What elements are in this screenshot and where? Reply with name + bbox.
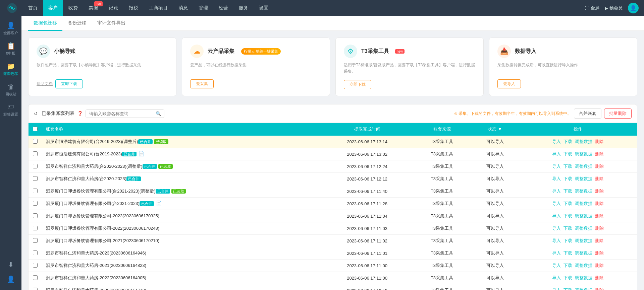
nav-item-message[interactable]: 消息 [173,0,193,16]
adjust-action[interactable]: 调整数据 [574,226,594,231]
import-go-btn[interactable]: 去导入 [497,79,521,88]
download-action[interactable]: 下载 [562,263,574,268]
nav-item-invoice[interactable]: 票据new [83,0,103,16]
delete-action[interactable]: 删除 [594,238,605,243]
cloud-collect-btn[interactable]: 去采集 [190,79,214,88]
file-icon[interactable]: 📄 [139,151,144,156]
import-action[interactable]: 导入 [551,263,562,268]
download-action[interactable]: 下载 [562,238,574,243]
refresh-icon[interactable]: ↺ [34,111,38,116]
tab-data-migration[interactable]: 数据包迁移 [28,16,62,31]
import-action[interactable]: 导入 [551,201,562,206]
download-action[interactable]: 下载 [562,176,574,181]
adjust-action[interactable]: 调整数据 [574,288,594,290]
import-action[interactable]: 导入 [551,164,562,169]
row-checkbox[interactable] [33,201,38,206]
adjust-action[interactable]: 调整数据 [574,189,594,194]
download-action[interactable]: 下载 [562,275,574,280]
nav-item-settings[interactable]: 设置 [254,0,274,16]
help-icon[interactable]: ❓ [77,111,83,116]
import-action[interactable]: 导入 [551,250,562,256]
row-checkbox[interactable] [33,139,38,144]
delete-action[interactable]: 删除 [594,288,605,290]
adjust-action[interactable]: 调整数据 [574,164,594,169]
sidebar-item-user[interactable]: 👤 [1,273,20,286]
member-btn[interactable]: ▶ 畅会员 [605,5,623,11]
row-checkbox[interactable] [33,275,38,280]
delete-action[interactable]: 删除 [594,275,605,280]
sidebar-item-recycle[interactable]: 🗑 回收站 [1,80,20,99]
download-action[interactable]: 下载 [562,164,574,169]
delete-action[interactable]: 删除 [594,213,605,218]
t3-download-btn[interactable]: 立即下载 [344,80,371,89]
download-action[interactable]: 下载 [562,226,574,231]
xiaochang-download-btn[interactable]: 立即下载 [55,79,83,88]
adjust-action[interactable]: 调整数据 [574,139,594,144]
row-checkbox[interactable] [33,263,38,268]
tab-backup-migration[interactable]: 备份迁移 [62,16,92,31]
adjust-action[interactable]: 调整数据 [574,238,594,243]
row-checkbox[interactable] [33,250,38,255]
merge-accounts-btn[interactable]: 合并账套 [574,108,601,119]
import-action[interactable]: 导入 [551,189,562,194]
adjust-action[interactable]: 调整数据 [574,250,594,256]
sidebar-item-migrate[interactable]: 📁 账套迁移 [1,60,20,79]
nav-item-tax[interactable]: 报税 [123,0,144,16]
tab-audit-export[interactable]: 审计文件导出 [92,16,131,31]
avatar[interactable]: 👤 [628,3,639,13]
adjust-action[interactable]: 调整数据 [574,213,594,218]
row-checkbox[interactable] [33,213,38,218]
download-action[interactable]: 下载 [562,151,574,156]
row-checkbox[interactable] [33,151,38,156]
adjust-action[interactable]: 调整数据 [574,201,594,206]
delete-action[interactable]: 删除 [594,151,605,156]
fullscreen-btn[interactable]: ⛶ 全屏 [585,5,599,11]
delete-action[interactable]: 删除 [594,226,605,231]
sidebar-item-all-customers[interactable]: 👤 全部客户 [1,19,20,38]
nav-item-manage[interactable]: 管理 [193,0,213,16]
row-checkbox[interactable] [33,189,38,193]
import-action[interactable]: 导入 [551,288,562,290]
row-checkbox[interactable] [33,238,38,243]
nav-item-service[interactable]: 服务 [233,0,254,16]
import-action[interactable]: 导入 [551,176,562,181]
delete-action[interactable]: 删除 [594,250,605,256]
nav-item-customer[interactable]: 客户 [43,0,63,16]
row-checkbox[interactable] [33,176,38,181]
nav-item-business[interactable]: 工商项目 [144,0,173,16]
delete-action[interactable]: 删除 [594,201,605,206]
row-checkbox[interactable] [33,288,38,290]
sidebar-item-download[interactable]: ⬇ [1,258,20,271]
delete-action[interactable]: 删除 [594,263,605,268]
import-action[interactable]: 导入 [551,226,562,231]
delete-action[interactable]: 删除 [594,189,605,194]
download-action[interactable]: 下载 [562,213,574,218]
import-action[interactable]: 导入 [551,139,562,144]
file-icon[interactable]: 📄 [156,201,162,206]
sidebar-item-zero-declare[interactable]: 📋 0申报 [1,39,20,58]
import-action[interactable]: 导入 [551,275,562,280]
select-all-checkbox[interactable] [33,127,38,131]
nav-item-home[interactable]: 首页 [23,0,43,16]
xiaochang-help-link[interactable]: 帮助文档 [37,81,53,87]
download-action[interactable]: 下载 [562,201,574,206]
adjust-action[interactable]: 调整数据 [574,151,594,156]
nav-item-bookkeeping[interactable]: 记账 [103,0,123,16]
import-action[interactable]: 导入 [551,213,562,218]
batch-delete-btn[interactable]: 批量删除 [604,108,632,119]
search-btn[interactable]: 🔍 [153,110,164,118]
delete-action[interactable]: 删除 [594,176,605,181]
row-checkbox[interactable] [33,164,38,168]
search-input[interactable] [86,110,153,118]
row-checkbox[interactable] [33,226,38,230]
adjust-action[interactable]: 调整数据 [574,176,594,181]
sidebar-item-tags[interactable]: 🏷 标签设置 [1,100,20,119]
download-action[interactable]: 下载 [562,139,574,144]
import-action[interactable]: 导入 [551,238,562,243]
download-action[interactable]: 下载 [562,288,574,290]
delete-action[interactable]: 删除 [594,139,605,144]
adjust-action[interactable]: 调整数据 [574,263,594,268]
delete-action[interactable]: 删除 [594,164,605,169]
download-action[interactable]: 下载 [562,189,574,194]
download-action[interactable]: 下载 [562,250,574,256]
